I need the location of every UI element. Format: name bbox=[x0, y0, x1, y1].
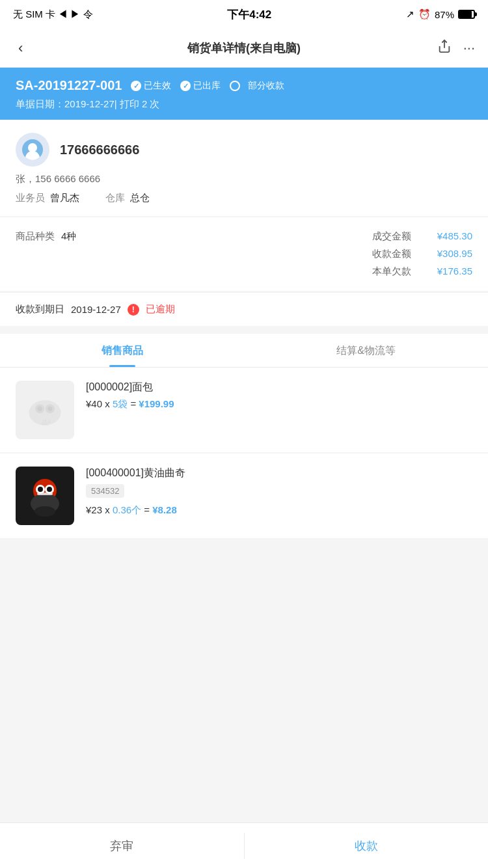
due-date: 2019-12-27 bbox=[71, 304, 121, 315]
due-date-row: 收款到期日 2019-12-27 ! 已逾期 bbox=[0, 292, 488, 326]
badge-effective: ✓ 已生效 bbox=[131, 80, 171, 92]
header-banner: SA-20191227-001 ✓ 已生效 ✓ 已出库 部分收款 单据日期：20… bbox=[0, 68, 488, 120]
status-bar: 无 SIM 卡 ◀ ▶ 令 下午4:42 ↗ ⏰ 87% bbox=[0, 0, 488, 29]
stats-right: 成交金额 ¥485.30 收款金额 ¥308.95 本单欠款 ¥176.35 bbox=[372, 230, 472, 278]
badge-partial: 部分收款 bbox=[230, 80, 284, 92]
tab-products[interactable]: 销售商品 bbox=[0, 334, 244, 367]
svg-text:品+: 品+ bbox=[42, 419, 51, 426]
received-item: 收款金额 ¥308.95 bbox=[372, 248, 472, 260]
svg-point-14 bbox=[34, 506, 55, 517]
amount-item: 成交金额 ¥485.30 bbox=[372, 230, 472, 243]
tabs-row: 销售商品 结算&物流等 bbox=[0, 334, 488, 367]
product-name-2: [000400001]黄油曲奇 bbox=[86, 467, 472, 480]
product-sku-2: 534532 bbox=[86, 484, 124, 498]
amount-value: ¥485.30 bbox=[437, 230, 472, 243]
customer-row: 17666666666 bbox=[16, 133, 472, 167]
confirm-button[interactable]: 收款 bbox=[245, 823, 489, 868]
warehouse-meta: 仓库 总仓 bbox=[105, 192, 150, 204]
product-item-1: 品+ [0000002]面包 ¥40 x 5袋 = ¥199.99 bbox=[0, 368, 488, 452]
product-image-icon bbox=[19, 470, 71, 522]
banner-date: 单据日期：2019-12-27| 打印 2 次 bbox=[16, 98, 472, 111]
product-name-1: [0000002]面包 bbox=[86, 381, 472, 394]
customer-meta: 业务员 曾凡杰 仓库 总仓 bbox=[16, 192, 472, 204]
svg-rect-13 bbox=[37, 493, 53, 495]
cancel-button[interactable]: 弃审 bbox=[0, 823, 244, 868]
battery-icon bbox=[458, 10, 475, 19]
customer-name: 张，156 6666 6666 bbox=[16, 173, 472, 185]
product-list: 品+ [0000002]面包 ¥40 x 5袋 = ¥199.99 bbox=[0, 368, 488, 538]
nav-actions: ··· bbox=[437, 39, 475, 57]
status-right: ↗ ⏰ 87% bbox=[406, 8, 475, 20]
product-info-1: [0000002]面包 ¥40 x 5袋 = ¥199.99 bbox=[86, 381, 472, 411]
alarm-icon: ⏰ bbox=[418, 8, 431, 20]
order-id: SA-20191227-001 bbox=[16, 78, 122, 93]
product-type-item: 商品种类 4种 bbox=[16, 230, 76, 243]
tabs-container: 销售商品 结算&物流等 bbox=[0, 334, 488, 368]
share-button[interactable] bbox=[437, 39, 452, 57]
more-button[interactable]: ··· bbox=[463, 40, 475, 57]
battery-percent: 87% bbox=[435, 9, 454, 20]
stats-section: 商品种类 4种 成交金额 ¥485.30 收款金额 ¥308.95 本单欠款 ¥… bbox=[0, 217, 488, 291]
debt-value: ¥176.35 bbox=[437, 265, 472, 278]
svg-point-11 bbox=[38, 487, 43, 492]
avatar bbox=[16, 133, 49, 167]
tab-underline bbox=[109, 365, 135, 367]
bottom-bar: 弃审 收款 bbox=[0, 822, 488, 868]
staff-name: 曾凡杰 bbox=[50, 192, 79, 204]
clock-icon bbox=[230, 81, 240, 91]
staff-meta: 业务员 曾凡杰 bbox=[16, 192, 79, 204]
product-price-1: ¥40 x 5袋 = ¥199.99 bbox=[86, 398, 472, 411]
order-row: SA-20191227-001 ✓ 已生效 ✓ 已出库 部分收款 bbox=[16, 78, 472, 93]
page-title: 销货单详情(来自电脑) bbox=[187, 40, 301, 56]
stats-row: 商品种类 4种 成交金额 ¥485.30 收款金额 ¥308.95 本单欠款 ¥… bbox=[16, 230, 472, 278]
customer-section: 17666666666 张，156 6666 6666 业务员 曾凡杰 仓库 总… bbox=[0, 120, 488, 216]
avatar-icon bbox=[22, 139, 43, 160]
warehouse-name: 总仓 bbox=[130, 192, 150, 204]
customer-phone: 17666666666 bbox=[60, 142, 139, 157]
overdue-text: 已逾期 bbox=[146, 303, 175, 316]
check-icon-1: ✓ bbox=[131, 81, 141, 91]
svg-point-5 bbox=[47, 407, 52, 411]
product-price-2: ¥23 x 0.36个 = ¥8.28 bbox=[86, 504, 472, 517]
check-icon-2: ✓ bbox=[180, 81, 191, 91]
stats-left: 商品种类 4种 bbox=[16, 230, 76, 243]
product-item-2: [000400001]黄油曲奇 534532 ¥23 x 0.36个 = ¥8.… bbox=[0, 454, 488, 538]
debt-item: 本单欠款 ¥176.35 bbox=[372, 265, 472, 278]
product-info-2: [000400001]黄油曲奇 534532 ¥23 x 0.36个 = ¥8.… bbox=[86, 467, 472, 517]
svg-point-4 bbox=[38, 407, 42, 411]
status-time: 下午4:42 bbox=[227, 7, 271, 22]
overdue-icon: ! bbox=[128, 304, 139, 316]
product-thumb-2 bbox=[16, 467, 74, 525]
product-thumb-1: 品+ bbox=[16, 381, 74, 439]
owl-placeholder-icon: 品+ bbox=[22, 387, 68, 433]
back-button[interactable]: ‹ bbox=[13, 34, 28, 62]
status-left: 无 SIM 卡 ◀ ▶ 令 bbox=[13, 8, 93, 21]
svg-point-12 bbox=[47, 487, 52, 492]
nav-bar: ‹ 销货单详情(来自电脑) ··· bbox=[0, 29, 488, 68]
location-icon: ↗ bbox=[406, 8, 414, 20]
received-value: ¥308.95 bbox=[437, 248, 472, 260]
tab-settlement[interactable]: 结算&物流等 bbox=[244, 334, 488, 367]
badge-shipped: ✓ 已出库 bbox=[180, 80, 221, 92]
